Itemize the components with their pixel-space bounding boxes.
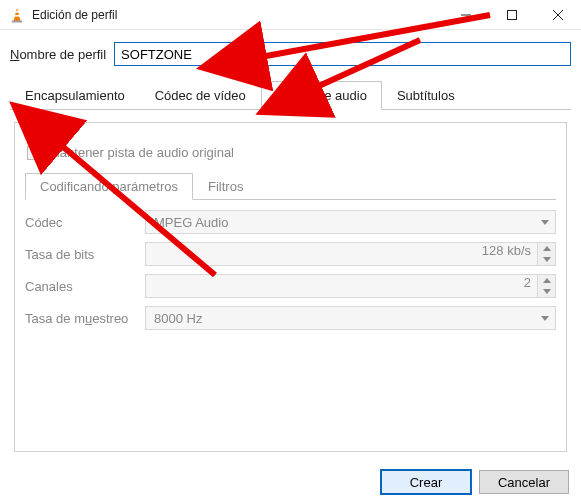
channels-label: Canales [25, 279, 145, 294]
svg-rect-2 [14, 15, 20, 17]
svg-rect-1 [15, 11, 19, 13]
tab-audio-codec[interactable]: Códec de audio [261, 81, 382, 110]
svg-rect-5 [508, 10, 517, 19]
window-controls [443, 0, 581, 30]
svg-rect-3 [12, 20, 22, 22]
subtab-params[interactable]: Codificando parámetros [25, 173, 193, 200]
codec-select[interactable]: MPEG Audio [145, 210, 556, 234]
keep-original-checkbox[interactable] [27, 146, 41, 160]
channels-spin [538, 274, 556, 298]
profile-name-label: Nombre de perfil [10, 47, 106, 62]
svg-marker-9 [543, 257, 551, 262]
vlc-cone-icon [8, 6, 26, 24]
tab-encapsulation[interactable]: Encapsulamiento [10, 81, 140, 110]
profile-name-input[interactable] [114, 42, 571, 66]
titlebar: Edición de perfil [0, 0, 581, 30]
channels-input[interactable]: 2 [145, 274, 538, 298]
keep-original-row: Mantener pista de audio original [27, 145, 556, 160]
window-title: Edición de perfil [32, 8, 117, 22]
keep-original-label: Mantener pista de audio original [49, 145, 234, 160]
bitrate-spin [538, 242, 556, 266]
audio-group-legend: Audio [21, 113, 82, 128]
create-button[interactable]: Crear [381, 470, 471, 494]
bitrate-label: Tasa de bits [25, 247, 145, 262]
bitrate-down[interactable] [538, 254, 555, 265]
svg-marker-10 [543, 278, 551, 283]
audio-legend-label: Audio [45, 113, 78, 128]
dialog-buttons: Crear Cancelar [381, 470, 569, 494]
channels-up[interactable] [538, 275, 555, 286]
sub-tabs: Codificando parámetros Filtros [25, 172, 556, 200]
audio-group: Audio Mantener pista de audio original C… [14, 122, 567, 452]
svg-marker-0 [14, 8, 21, 21]
cancel-button[interactable]: Cancelar [479, 470, 569, 494]
svg-marker-11 [543, 289, 551, 294]
main-tabs: Encapsulamiento Códec de vídeo Códec de … [10, 80, 571, 110]
audio-checkbox[interactable] [25, 114, 39, 128]
subtab-filters[interactable]: Filtros [193, 173, 258, 200]
svg-marker-8 [543, 246, 551, 251]
minimize-button[interactable] [443, 0, 489, 30]
samplerate-select[interactable]: 8000 Hz [145, 306, 556, 330]
maximize-button[interactable] [489, 0, 535, 30]
tab-video-codec[interactable]: Códec de vídeo [140, 81, 261, 110]
samplerate-label: Tasa de muuestreoestreo [25, 311, 145, 326]
bitrate-input[interactable]: 128 kb/s [145, 242, 538, 266]
bitrate-up[interactable] [538, 243, 555, 254]
tab-subtitles[interactable]: Subtítulos [382, 81, 470, 110]
codec-label: Códec [25, 215, 145, 230]
close-button[interactable] [535, 0, 581, 30]
channels-down[interactable] [538, 286, 555, 297]
audio-form: Códec MPEG Audio Tasa de bits 128 kb/s [25, 210, 556, 330]
profile-name-row: Nombre de perfil [10, 42, 571, 66]
